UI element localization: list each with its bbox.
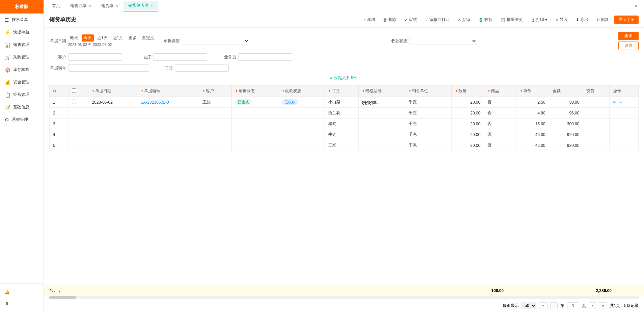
delete-button[interactable]: 🗑 删除 [381, 16, 399, 24]
collect-button[interactable]: 💲 收款 [476, 16, 495, 24]
print-button[interactable]: 🖨 打印 ▾ [528, 16, 550, 24]
col-docstatus-header[interactable]: ⬆单据状态 [231, 85, 278, 97]
col-spec-header[interactable]: ⬆规格型号 [358, 85, 405, 97]
tab-sales-invoice[interactable]: 销货单 ✕ [96, 1, 123, 11]
customer-input[interactable] [68, 53, 122, 61]
date-last7-btn[interactable]: 近1天 [95, 34, 110, 42]
sidebar-item-basic-info[interactable]: 📝 基础信息 [0, 101, 44, 113]
sidebar-item-sales-mgmt[interactable]: 📊 销售管理 [0, 38, 44, 51]
export-button[interactable]: ⬇ 导出 [573, 16, 591, 24]
date-custom-btn[interactable]: 自定义 [140, 34, 156, 42]
date-more-btn[interactable]: 更多 [127, 34, 139, 42]
sidebar-item-inventory[interactable]: 🏠 库存核算 [0, 63, 44, 76]
row-price-cell: 2.50 [516, 97, 549, 108]
next-page-btn[interactable]: › [589, 302, 596, 309]
sidebar-notification[interactable]: 🔔 [0, 286, 44, 298]
row-checkbox[interactable] [72, 100, 76, 104]
edit-action-btn[interactable]: ✏ [613, 100, 616, 105]
row-checkbox-cell[interactable] [68, 140, 88, 151]
collapse-btn[interactable]: ∧ 收起更多条件 [49, 75, 639, 81]
last-page-btn[interactable]: » [599, 302, 607, 309]
import-button[interactable]: ⬆ 导入 [553, 16, 570, 24]
row-checkbox-cell[interactable] [68, 97, 88, 108]
sidebar-item-operation-mgmt[interactable]: 📋 经营管理 [0, 88, 44, 101]
per-page-select[interactable]: 50 [522, 302, 536, 309]
horizontal-scrollbar[interactable] [49, 296, 639, 299]
col-docno-header[interactable]: ⬆单据编号 [137, 85, 199, 97]
doc-no-input[interactable] [68, 64, 149, 72]
tab-sales-order[interactable]: 销售订单 ✕ [65, 1, 96, 11]
filter-goods: 商品 ... [156, 64, 234, 72]
sidebar-item-quick-nav[interactable]: ⚡ 快捷导航 [0, 26, 44, 38]
table-row: 5玉米千克20.00否46.00920.00 [50, 140, 639, 151]
doc-no-link[interactable]: SA-20230602-0 [141, 100, 169, 105]
tab-sales-order-label: 销售订单 [70, 3, 86, 9]
salesperson-input[interactable] [238, 53, 292, 61]
tab-sales-history[interactable]: 销货单历史 ✕ [123, 1, 158, 11]
abandon-button[interactable]: ✕ 弃审 [455, 16, 473, 24]
tab-sales-order-close[interactable]: ✕ [88, 4, 91, 8]
new-button[interactable]: + 新增 [361, 16, 378, 24]
row-checkbox-cell[interactable] [68, 119, 88, 129]
goods-more-btn[interactable]: ... [231, 66, 234, 70]
salesperson-more-btn[interactable]: ... [294, 55, 298, 59]
row-docno-cell[interactable] [137, 140, 199, 151]
query-button[interactable]: 查询 [618, 32, 639, 40]
tab-home[interactable]: 首页 [47, 1, 65, 11]
row-amount-cell: 920.00 [549, 129, 583, 140]
sidebar-item-system-mgmt[interactable]: ⚙ 系统管理 [0, 113, 44, 126]
sidebar-item-purchase-mgmt[interactable]: 🛒 采购管理 [0, 51, 44, 63]
settings-button[interactable]: 设置 [618, 42, 639, 50]
approve-print-button[interactable]: ✓ 审核并打印 [422, 16, 452, 24]
sidebar-pause[interactable]: ⏸ [0, 298, 44, 309]
type-select[interactable] [182, 37, 249, 45]
row-docno-cell[interactable] [137, 119, 199, 129]
col-paystatus-header[interactable]: ⬆收款状态 [278, 85, 325, 97]
col-price-header[interactable]: ⬆单价 [516, 85, 549, 97]
row-docno-cell[interactable] [137, 129, 199, 140]
col-settings-header[interactable]: ⚙ [50, 85, 68, 97]
tab-sales-history-close[interactable]: ✕ [150, 4, 153, 7]
col-gift-header[interactable]: ⬆赠品 [484, 85, 516, 97]
tab-sales-invoice-close[interactable]: ✕ [115, 4, 118, 8]
filter-area: 单据日期 昨天 今天 近1天 近1月 更多 自定义 2023-06-02 至 2… [44, 28, 644, 85]
row-price-cell: 15.00 [516, 119, 549, 129]
warehouse-input[interactable] [153, 53, 207, 61]
select-all-checkbox[interactable] [72, 88, 76, 93]
show-detail-button[interactable]: 显示明细 [614, 16, 639, 24]
warehouse-more-btn[interactable]: ... [209, 55, 213, 59]
date-yesterday-btn[interactable]: 昨天 [68, 34, 80, 42]
batch-change-button[interactable]: 📋 批量变更 [498, 16, 526, 24]
window-close-btn[interactable]: ✕ [631, 3, 641, 9]
date-today-btn[interactable]: 今天 [82, 34, 94, 42]
prev-page-btn[interactable]: ‹ [550, 302, 558, 309]
page-number-input[interactable] [567, 302, 579, 309]
row-docno-cell[interactable] [137, 108, 199, 119]
row-qty-cell: 20.00 [451, 119, 484, 129]
col-date-header[interactable]: ⬆单据日期 [88, 85, 137, 97]
date-last1m-btn[interactable]: 近1月 [111, 34, 125, 42]
sidebar-item-finance-mgmt[interactable]: 💰 资金管理 [0, 76, 44, 88]
customer-more-btn[interactable]: ... [124, 55, 128, 59]
page-title: 销货单历史 [49, 16, 76, 23]
scrollbar-thumb[interactable] [49, 296, 76, 299]
approve-button[interactable]: ✓ 审核 [402, 16, 420, 24]
row-gift-cell: 否 [484, 119, 516, 129]
first-page-btn[interactable]: « [539, 302, 548, 309]
col-checkbox-header[interactable] [68, 85, 88, 97]
row-checkbox-cell[interactable] [68, 108, 88, 119]
col-qty-header[interactable]: ⬆数量 [451, 85, 484, 97]
col-goods-header[interactable]: ⬆商品 [325, 85, 358, 97]
status-select[interactable] [410, 37, 477, 45]
more-action-btn[interactable]: ⋯ [618, 100, 622, 105]
row-checkbox-cell[interactable] [68, 129, 88, 140]
sidebar-item-label: 库存核算 [13, 67, 29, 73]
sidebar-item-search-menu[interactable]: ☰ 搜索菜单 [0, 14, 44, 26]
goods-input[interactable] [175, 64, 229, 72]
refresh-button[interactable]: ↻ 刷新 [594, 16, 612, 24]
row-date-cell [88, 108, 137, 119]
col-unit-header[interactable]: ⬆销售单位 [405, 85, 451, 97]
col-customer-header[interactable]: ⬆客户 [199, 85, 231, 97]
goods-filter-label: 商品 [156, 65, 173, 71]
row-docno-cell[interactable]: SA-20230602-0 [137, 97, 199, 108]
